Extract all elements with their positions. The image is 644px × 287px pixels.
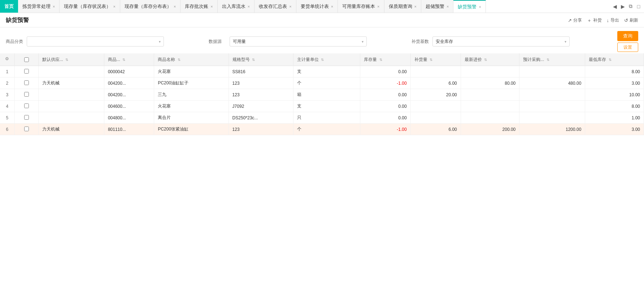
tab-close-inv-dist[interactable]: ×: [174, 4, 176, 9]
tab-next-btn[interactable]: ▶: [619, 3, 627, 10]
tab-close-abnormal[interactable]: ×: [53, 4, 55, 9]
filter-datasource-group: 数据源 可用量 ▾: [209, 36, 403, 47]
tab-available-ledger[interactable]: 可用量库存账本 ×: [338, 0, 384, 13]
row-checkbox[interactable]: [24, 92, 29, 97]
row-num-cell: 5: [0, 112, 14, 124]
page-content: 缺货预警 ↗ 分享 ＋ 补货 ↓ 导出 ↺ 刷新 商品分类: [0, 13, 644, 287]
col-stock[interactable]: 库存量 ⇅: [360, 53, 410, 66]
table-row: 3 004200... 三九 123 箱 0.00 20.00 10.00: [0, 89, 644, 101]
row-replenish-qty: [410, 101, 461, 112]
share-button[interactable]: ↗ 分享: [568, 17, 582, 23]
settings-button[interactable]: 设置: [617, 43, 638, 52]
row-min-stock: 3.00: [585, 124, 644, 135]
tab-close-receive[interactable]: ×: [289, 4, 291, 9]
table-body: 1 0000042 火花塞 SS816 支 0.00 8.00 2 力天机械 0…: [0, 66, 644, 135]
row-supplier: [38, 89, 104, 101]
row-num-cell: 1: [0, 66, 14, 78]
row-checkbox-cell: [14, 89, 38, 101]
tab-close-inv-status[interactable]: ×: [113, 4, 115, 9]
tab-label: 现存量（库存分布表）: [125, 3, 171, 10]
row-unit: 箱: [293, 89, 360, 101]
tab-close-inout[interactable]: ×: [248, 4, 250, 9]
refresh-label: 刷新: [630, 17, 638, 23]
replenish-button[interactable]: ＋ 补货: [587, 17, 602, 24]
tab-order-stats[interactable]: 要货单统计表 ×: [296, 0, 338, 13]
row-checkbox[interactable]: [24, 103, 29, 108]
tab-label: 库存批次账: [185, 3, 208, 10]
col-item-name[interactable]: 商品名称 ⇅: [154, 53, 229, 66]
col-unit[interactable]: 主计量单位 ⇅: [293, 53, 360, 66]
tab-close-order[interactable]: ×: [331, 4, 333, 9]
datasource-label: 数据源: [209, 39, 227, 45]
tab-label: 现存量（库存状况表）: [64, 3, 111, 10]
tab-overstock[interactable]: 超储预警 ×: [421, 0, 453, 13]
tab-restore-btn[interactable]: ⧉: [627, 3, 635, 10]
table-row: 6 力天机械 801110... PC200张紧油缸 123 个 -1.00 6…: [0, 124, 644, 135]
row-checkbox[interactable]: [24, 80, 29, 85]
tab-shortage[interactable]: 缺货预警 ×: [453, 0, 486, 13]
category-select[interactable]: ▾: [27, 36, 164, 47]
tab-close-shortage[interactable]: ×: [479, 5, 481, 9]
row-checkbox[interactable]: [24, 115, 29, 120]
col-replenish-qty[interactable]: 补货量 ⇅: [410, 53, 461, 66]
replenish-basis-value: 安全库存: [436, 39, 453, 45]
page-header: 缺货预警 ↗ 分享 ＋ 补货 ↓ 导出 ↺ 刷新: [0, 13, 644, 27]
col-min-stock[interactable]: 最低库存 ⇅: [585, 53, 644, 66]
tab-home[interactable]: 首页: [0, 0, 18, 13]
col-item-code[interactable]: 商品... ⇅: [104, 53, 154, 66]
export-button[interactable]: ↓ 导出: [607, 17, 619, 23]
select-all-checkbox[interactable]: [24, 57, 29, 62]
row-est-purchase: [519, 101, 585, 112]
tab-close-overstock[interactable]: ×: [447, 4, 449, 9]
tab-batch-account[interactable]: 库存批次账 ×: [180, 0, 217, 13]
col-spec-label: 规格型号: [232, 57, 250, 62]
row-stock: -1.00: [360, 78, 410, 89]
replenish-basis-select[interactable]: 安全库存 ▾: [432, 36, 570, 47]
row-min-stock: 1.00: [585, 112, 644, 124]
tab-abnormal[interactable]: 拣货异常处理 ×: [18, 0, 60, 13]
row-num-cell: 2: [0, 78, 14, 89]
col-latest-price[interactable]: 最新进价 ⇅: [461, 53, 519, 66]
tab-label: 要货单统计表: [301, 3, 329, 10]
row-spec: J7092: [229, 101, 293, 112]
row-spec: 123: [229, 89, 293, 101]
export-label: 导出: [610, 17, 619, 23]
export-icon: ↓: [607, 18, 609, 23]
tab-bar: 首页 拣货异常处理 × 现存量（库存状况表） × 现存量（库存分布表） × 库存…: [0, 0, 644, 13]
row-stock: 0.00: [360, 89, 410, 101]
tab-inventory-status[interactable]: 现存量（库存状况表） ×: [60, 0, 120, 13]
col-default-supplier-label: 默认供应...: [42, 57, 63, 62]
col-est-purchase[interactable]: 预计采购... ⇅: [519, 53, 585, 66]
row-item-name: 火花塞: [154, 66, 229, 78]
tab-prev-btn[interactable]: ◀: [611, 3, 619, 10]
col-item-name-label: 商品名称: [158, 57, 175, 62]
query-button[interactable]: 查询: [617, 31, 638, 41]
datasource-select[interactable]: 可用量 ▾: [230, 36, 367, 47]
tab-close-ledger[interactable]: ×: [377, 4, 379, 9]
row-checkbox[interactable]: [24, 69, 29, 74]
row-est-purchase: [519, 112, 585, 124]
row-checkbox[interactable]: [24, 127, 29, 131]
data-table-wrapper: ⚙ 默认供应... ⇅ 商品... ⇅: [0, 53, 644, 135]
row-supplier: [38, 112, 104, 124]
col-spec[interactable]: 规格型号 ⇅: [229, 53, 293, 66]
row-supplier: 力天机械: [38, 78, 104, 89]
refresh-button[interactable]: ↺ 刷新: [624, 17, 638, 23]
settings-gear-icon[interactable]: ⚙: [4, 56, 10, 63]
tab-close-batch[interactable]: ×: [210, 4, 213, 9]
tab-maximize-btn[interactable]: □: [635, 3, 643, 10]
tab-inventory-dist[interactable]: 现存量（库存分布表） ×: [120, 0, 180, 13]
tab-expiry-query[interactable]: 保质期查询 ×: [384, 0, 421, 13]
col-default-supplier[interactable]: 默认供应... ⇅: [38, 53, 104, 66]
row-unit: 个: [293, 124, 360, 135]
tab-receive-summary[interactable]: 收发存汇总表 ×: [254, 0, 296, 13]
tab-inout-flow[interactable]: 出入库流水 ×: [218, 0, 254, 13]
row-replenish-qty: 20.00: [410, 89, 461, 101]
row-est-purchase: [519, 66, 585, 78]
filter-row-1: 商品分类 ▾ 数据源 可用量 ▾ 补货基数 安全库存 ▾ 查询 设置: [0, 27, 644, 53]
row-stock: 0.00: [360, 101, 410, 112]
tab-close-expiry[interactable]: ×: [414, 4, 417, 9]
row-replenish-qty: 6.00: [410, 78, 461, 89]
col-min-stock-label: 最低库存: [589, 57, 606, 62]
row-item-code: 004200...: [104, 89, 154, 101]
